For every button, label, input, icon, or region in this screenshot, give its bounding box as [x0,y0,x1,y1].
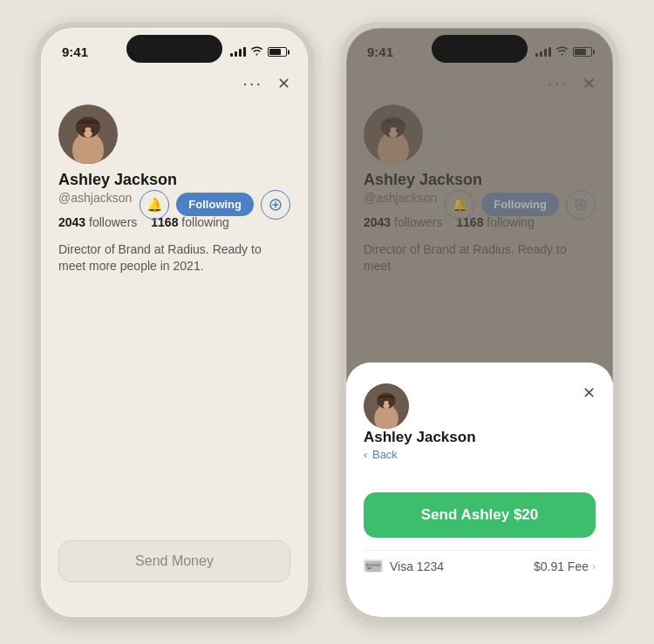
wifi-icon-left [250,45,263,58]
svg-point-21 [382,402,385,404]
modal-avatar-image [364,383,409,429]
back-arrow-icon: ‹ [364,448,367,461]
add-button-left[interactable] [261,190,290,220]
action-buttons-left: 🔔 Following [140,190,290,220]
modal-close-button[interactable]: ✕ [582,383,596,403]
profile-bio-left: Director of Brand at Radius. Ready to me… [58,241,290,275]
profile-section-left: 🔔 Following Ashley Jackson @ashjackson 2… [41,94,308,275]
profile-name-left: Ashley Jackson [58,171,290,189]
status-icons-left [230,45,287,58]
modal-profile: Ashley Jackson ‹ Back [364,383,476,461]
svg-point-6 [91,129,94,132]
back-button[interactable]: ‹ Back [364,448,476,461]
svg-rect-24 [365,564,381,566]
close-button-left[interactable]: ✕ [273,73,294,94]
dynamic-island-right [432,35,528,63]
svg-point-4 [84,127,92,138]
chevron-right-icon: › [592,560,596,573]
visa-text: Visa 1234 [390,559,444,573]
send-money-bar-left: Send Money [58,540,290,582]
svg-point-20 [383,400,390,408]
send-money-button-left[interactable]: Send Money [58,540,290,582]
payment-info: Visa 1234 $0.91 Fee › [364,550,596,582]
svg-point-5 [82,129,85,132]
signal-icon-left [230,47,246,57]
svg-point-22 [388,402,391,404]
bell-button-left[interactable]: 🔔 [140,190,169,220]
svg-rect-25 [367,567,371,569]
followers-left: 2043 followers [58,215,137,229]
modal-name: Ashley Jackson [364,429,476,446]
time-left: 9:41 [62,44,88,59]
avatar-left [58,105,118,164]
right-phone: 9:41 [340,22,619,623]
left-phone: 9:41 [35,22,314,623]
battery-icon-left [268,47,287,57]
right-phone-frame: 9:41 [340,22,619,623]
send-money-button-right[interactable]: Send Ashley $20 [364,492,596,538]
payment-method: Visa 1234 [364,559,444,573]
dots-menu-left[interactable]: ··· [242,73,262,93]
fee-text: $0.91 Fee [534,559,589,573]
dynamic-island-left [126,35,222,63]
fee-info[interactable]: $0.91 Fee › [534,559,596,573]
avatar-image-left [58,105,118,164]
card-icon [364,559,383,573]
top-bar-left: ··· ✕ [41,66,308,94]
modal-header: Ashley Jackson ‹ Back ✕ [364,383,596,461]
left-phone-frame: 9:41 [35,22,314,623]
following-button-left[interactable]: Following [176,193,254,216]
payment-modal: Ashley Jackson ‹ Back ✕ Send Ashley $20 [346,363,613,617]
modal-avatar [364,383,409,429]
